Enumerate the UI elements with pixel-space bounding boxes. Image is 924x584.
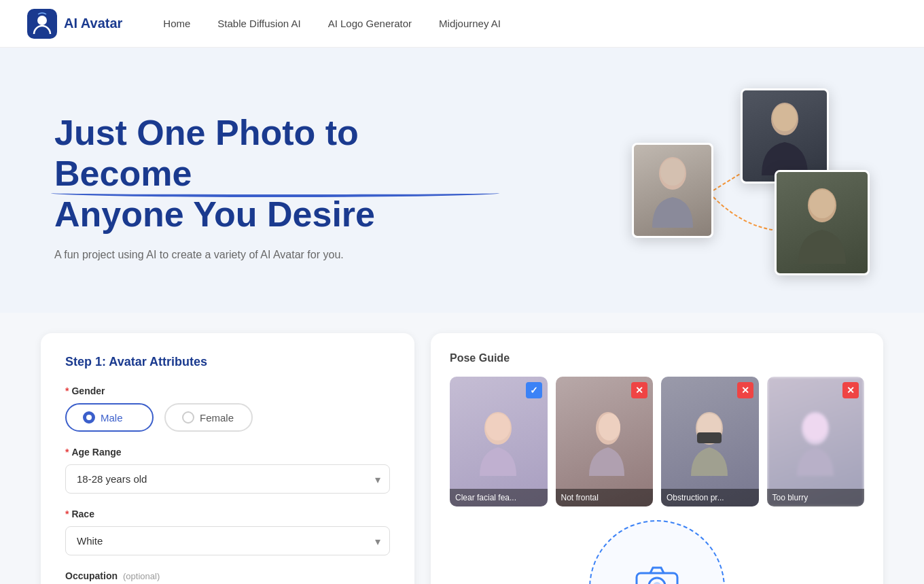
gender-female-radio [182,411,194,424]
race-label: * Race [65,509,390,519]
person-illustration-3 [792,182,853,264]
upload-area[interactable] [589,520,725,584]
pose-sample-4: ✕ Too blurry [767,377,865,506]
race-select[interactable]: White Asian Black Hispanic Other [65,526,390,555]
gender-required-mark: * [65,385,69,396]
gender-male-radio [83,411,95,424]
hero-result-image-1 [741,88,829,184]
nav-logo-generator[interactable]: AI Logo Generator [328,18,412,29]
race-required-mark: * [65,509,69,519]
pose-face-2 [582,408,626,476]
hero-text: Just One Photo to Become Anyone You Desi… [54,113,462,260]
hero-images [611,88,870,286]
hero-subtitle: A fun project using AI to create a varie… [54,249,462,261]
pose-3-label: Obstruction pr... [661,489,759,506]
nav-midjourney[interactable]: Midjourney AI [439,18,501,29]
pose-samples-grid: ✓ Clear facial fea... ✕ Not frontal [450,377,864,506]
hero-title-line2: Anyone You Desire [54,194,375,234]
gender-male-label: Male [101,412,123,424]
step-title: Step 1: Avatar Attributes [65,355,390,369]
hero-title: Just One Photo to Become Anyone You Desi… [54,113,462,235]
pose-guide-title: Pose Guide [450,352,864,364]
race-field-group: * Race White Asian Black Hispanic Other … [65,509,390,555]
nav-stable-diffusion[interactable]: Stable Diffusion AI [217,18,300,29]
svg-point-1 [37,16,47,25]
pose-2-icon: ✕ [631,382,647,398]
occupation-label: Occupation (optional) [65,570,390,581]
age-required-mark: * [65,447,69,458]
age-select[interactable]: 18-28 years old 29-39 years old 40-50 ye… [65,464,390,494]
pose-2-label: Not frontal [556,489,654,506]
gender-label: * Gender [65,385,390,396]
form-panel: Step 1: Avatar Attributes * Gender Male … [41,333,414,584]
race-select-wrapper: White Asian Black Hispanic Other ▾ [65,526,390,555]
hero-section: Just One Photo to Become Anyone You Desi… [0,48,924,313]
guide-panel: Pose Guide ✓ Clear facial fea... [431,333,883,584]
nav-links: Home Stable Diffusion AI AI Logo Generat… [163,18,501,30]
gender-radio-group: Male Female [65,403,390,432]
svg-point-18 [803,413,828,441]
person-illustration-2 [756,97,814,175]
age-label: * Age Range [65,447,390,458]
camera-icon [635,564,679,584]
pose-sample-2: ✕ Not frontal [556,377,654,506]
pose-face-1 [476,408,520,476]
svg-point-7 [772,104,797,131]
gender-female-label: Female [200,412,234,424]
pose-4-label: Too blurry [767,489,865,506]
age-field-group: * Age Range 18-28 years old 29-39 years … [65,447,390,494]
pose-1-label: Clear facial fea... [450,489,548,506]
svg-point-5 [660,158,685,186]
person-illustration-1 [645,153,700,228]
pose-face-4 [794,408,838,476]
nav-home[interactable]: Home [163,18,190,29]
gender-male-option[interactable]: Male [65,403,154,432]
hero-title-line1: Just One Photo to Become [54,113,462,194]
pose-4-icon: ✕ [842,382,859,398]
svg-point-13 [599,413,620,441]
occupation-optional: (optional) [123,571,160,581]
pose-sample-1: ✓ Clear facial fea... [450,377,548,506]
logo-icon [27,9,57,39]
nav-logo[interactable]: AI Avatar [27,9,122,39]
navbar: AI Avatar Home Stable Diffusion AI AI Lo… [0,0,924,48]
pose-3-icon: ✕ [737,382,753,398]
hero-source-image [632,143,713,238]
hero-result-image-2 [775,170,870,275]
svg-point-11 [486,413,510,441]
svg-point-9 [809,190,835,218]
gender-field-group: * Gender Male Female [65,385,390,432]
age-select-wrapper: 18-28 years old 29-39 years old 40-50 ye… [65,464,390,494]
svg-rect-16 [697,432,722,443]
pose-sample-3: ✕ Obstruction pr... [661,377,759,506]
gender-female-option[interactable]: Female [164,403,253,432]
logo-text: AI Avatar [64,16,122,31]
main-content: Step 1: Avatar Attributes * Gender Male … [0,313,924,584]
pose-face-3 [688,408,732,476]
pose-1-icon: ✓ [526,382,542,398]
occupation-field-group: Occupation (optional) × ▲ ▼ [65,570,390,584]
